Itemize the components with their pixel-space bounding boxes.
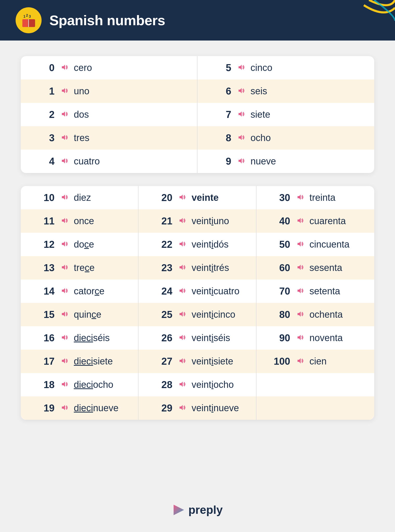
audio-icon-26[interactable] bbox=[177, 333, 187, 343]
word-28: veintiocho bbox=[192, 379, 234, 390]
row-80: 80 ochenta bbox=[256, 303, 374, 326]
audio-icon-10[interactable] bbox=[60, 192, 69, 203]
num-26: 26 bbox=[149, 332, 172, 344]
audio-icon-11[interactable] bbox=[60, 216, 69, 226]
num-11: 11 bbox=[31, 216, 55, 227]
svg-text:3: 3 bbox=[29, 14, 31, 18]
row-23: 23 veintitrés bbox=[139, 256, 256, 280]
word-7: siete bbox=[251, 109, 270, 120]
row-21: 21 veintiuno bbox=[139, 209, 256, 233]
svg-rect-1 bbox=[22, 19, 29, 27]
num-90: 90 bbox=[267, 332, 290, 344]
audio-icon-50[interactable] bbox=[295, 239, 305, 250]
audio-icon-17[interactable] bbox=[60, 356, 69, 367]
num-27: 27 bbox=[149, 356, 172, 367]
num-24: 24 bbox=[149, 286, 172, 297]
word-21: veintiuno bbox=[192, 216, 229, 227]
word-40: cuarenta bbox=[310, 216, 346, 227]
col-20-29: 20 veinte 21 veintiuno 22 veintidós bbox=[139, 186, 256, 420]
main-content: 0 cero 1 bbox=[0, 41, 395, 435]
audio-icon-40[interactable] bbox=[295, 216, 305, 226]
row-empty-1 bbox=[256, 373, 374, 396]
page-footer: preply bbox=[172, 493, 223, 532]
word-10: diez bbox=[74, 192, 91, 203]
row-1: 1 uno bbox=[21, 79, 197, 103]
word-90: noventa bbox=[310, 332, 343, 343]
audio-icon-24[interactable] bbox=[177, 286, 187, 296]
audio-icon-30[interactable] bbox=[295, 192, 305, 203]
row-60: 60 sesenta bbox=[256, 256, 374, 280]
row-7: 7 siete bbox=[198, 103, 374, 126]
audio-icon-22[interactable] bbox=[177, 239, 187, 250]
col-0-4: 0 cero 1 bbox=[21, 56, 198, 173]
num-60: 60 bbox=[267, 262, 290, 274]
audio-icon-15[interactable] bbox=[60, 309, 69, 320]
row-22: 22 veintidós bbox=[139, 233, 256, 256]
row-4: 4 cuatro bbox=[21, 150, 197, 173]
audio-icon-100[interactable] bbox=[295, 356, 305, 367]
audio-icon-7[interactable] bbox=[236, 109, 246, 120]
row-27: 27 veintisiete bbox=[139, 350, 256, 373]
audio-icon-8[interactable] bbox=[236, 133, 246, 143]
num-25: 25 bbox=[149, 309, 172, 320]
num-4: 4 bbox=[31, 156, 55, 167]
audio-icon-9[interactable] bbox=[236, 156, 246, 167]
audio-icon-20[interactable] bbox=[177, 192, 187, 203]
row-90: 90 noventa bbox=[256, 326, 374, 350]
audio-icon-14[interactable] bbox=[60, 286, 69, 296]
row-13: 13 trece bbox=[21, 256, 138, 280]
audio-icon-6[interactable] bbox=[236, 86, 246, 96]
col-30-100: 30 treinta 40 cuarenta 50 cincuenta bbox=[256, 186, 374, 420]
audio-icon-4[interactable] bbox=[60, 156, 69, 167]
word-19: diecinueve bbox=[74, 403, 118, 414]
num-10: 10 bbox=[31, 192, 55, 203]
row-14: 14 catorce bbox=[21, 280, 138, 303]
numbers-table-10-100: 10 diez 11 once 12 doce bbox=[21, 186, 374, 420]
word-27: veintisiete bbox=[192, 356, 233, 367]
row-40: 40 cuarenta bbox=[256, 209, 374, 233]
page-header: 1 2 3 Spanish numbers bbox=[0, 0, 395, 41]
num-18: 18 bbox=[31, 379, 55, 390]
audio-icon-3[interactable] bbox=[60, 133, 69, 143]
row-6: 6 seis bbox=[198, 79, 374, 103]
word-2: dos bbox=[74, 109, 89, 120]
audio-icon-60[interactable] bbox=[295, 263, 305, 273]
word-26: veintiséis bbox=[192, 332, 230, 343]
audio-icon-13[interactable] bbox=[60, 263, 69, 273]
audio-icon-29[interactable] bbox=[177, 403, 187, 413]
audio-icon-16[interactable] bbox=[60, 333, 69, 343]
row-19: 19 diecinueve bbox=[21, 396, 138, 420]
row-100: 100 cien bbox=[256, 350, 374, 373]
row-26: 26 veintiséis bbox=[139, 326, 256, 350]
audio-icon-70[interactable] bbox=[295, 286, 305, 296]
audio-icon-2[interactable] bbox=[60, 109, 69, 120]
col-10-19: 10 diez 11 once 12 doce bbox=[21, 186, 139, 420]
audio-icon-80[interactable] bbox=[295, 309, 305, 320]
audio-icon-1[interactable] bbox=[60, 86, 69, 96]
word-4: cuatro bbox=[74, 156, 100, 167]
word-15: quince bbox=[74, 309, 101, 320]
word-11: once bbox=[74, 216, 94, 227]
row-10: 10 diez bbox=[21, 186, 138, 209]
row-16: 16 dieciséis bbox=[21, 326, 138, 350]
audio-icon-90[interactable] bbox=[295, 333, 305, 343]
svg-text:1: 1 bbox=[23, 14, 25, 18]
audio-icon-12[interactable] bbox=[60, 239, 69, 250]
row-28: 28 veintiocho bbox=[139, 373, 256, 396]
audio-icon-27[interactable] bbox=[177, 356, 187, 367]
word-18: dieciocho bbox=[74, 379, 113, 390]
audio-icon-21[interactable] bbox=[177, 216, 187, 226]
num-3: 3 bbox=[31, 132, 55, 144]
audio-icon-23[interactable] bbox=[177, 263, 187, 273]
num-29: 29 bbox=[149, 403, 172, 414]
audio-icon-25[interactable] bbox=[177, 309, 187, 320]
word-80: ochenta bbox=[310, 309, 343, 320]
audio-icon-0[interactable] bbox=[60, 63, 69, 73]
word-25: veinticinco bbox=[192, 309, 235, 320]
num-21: 21 bbox=[149, 216, 172, 227]
audio-icon-5[interactable] bbox=[236, 63, 246, 73]
num-23: 23 bbox=[149, 262, 172, 274]
audio-icon-18[interactable] bbox=[60, 380, 69, 390]
audio-icon-28[interactable] bbox=[177, 380, 187, 390]
audio-icon-19[interactable] bbox=[60, 403, 69, 413]
